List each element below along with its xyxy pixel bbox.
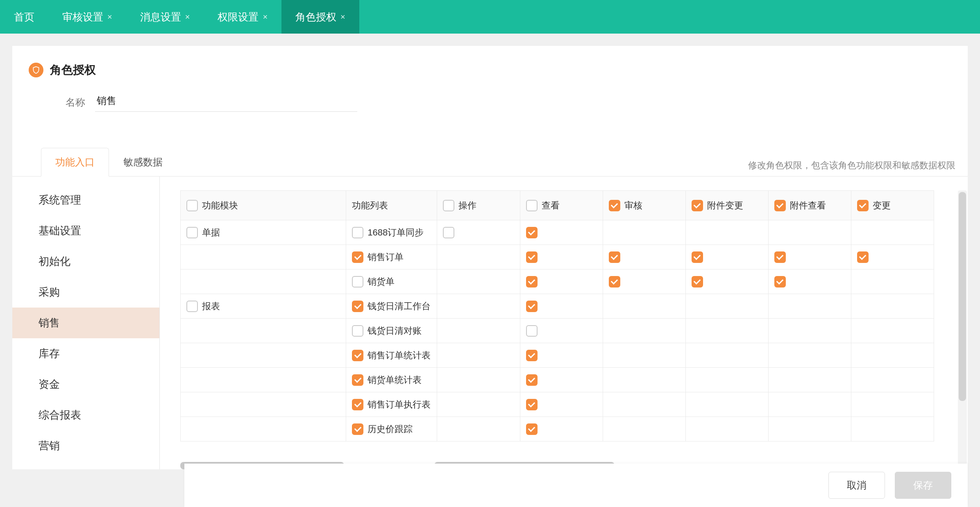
feature-label: 销售订单统计表 bbox=[368, 349, 431, 362]
checkbox[interactable] bbox=[609, 200, 620, 211]
close-icon[interactable]: × bbox=[107, 12, 112, 22]
feature-cell: 钱货日清对账 bbox=[346, 319, 437, 343]
checkbox[interactable] bbox=[526, 251, 538, 263]
perm-cell-3 bbox=[685, 368, 768, 392]
perm-cell-0 bbox=[437, 245, 520, 269]
top-tab-label: 角色授权 bbox=[295, 10, 336, 24]
feature-label: 销售订单 bbox=[368, 251, 404, 263]
perm-cell-0 bbox=[437, 294, 520, 319]
checkbox[interactable] bbox=[857, 251, 869, 263]
checkbox[interactable] bbox=[352, 325, 363, 337]
checkbox[interactable] bbox=[526, 374, 538, 386]
checkbox[interactable] bbox=[186, 227, 198, 238]
feature-label: 销货单统计表 bbox=[368, 374, 422, 386]
feature-label: 钱货日清工作台 bbox=[368, 300, 431, 312]
perm-cell-3 bbox=[685, 220, 768, 245]
perm-cell-5 bbox=[851, 269, 934, 294]
feature-label: 钱货日清对账 bbox=[368, 325, 422, 337]
checkbox[interactable] bbox=[352, 301, 363, 312]
perm-cell-3 bbox=[685, 417, 768, 441]
sidebar-item-1[interactable]: 基础设置 bbox=[12, 215, 159, 246]
sidebar-item-5[interactable]: 库存 bbox=[12, 338, 159, 369]
feature-label: 销售订单执行表 bbox=[368, 398, 431, 411]
checkbox[interactable] bbox=[692, 276, 703, 287]
vertical-scrollbar[interactable] bbox=[958, 190, 967, 469]
feature-cell: 1688订单同步 bbox=[346, 220, 437, 245]
checkbox[interactable] bbox=[609, 251, 620, 263]
sidebar: 系统管理基础设置初始化采购销售库存资金综合报表营销 bbox=[12, 177, 160, 469]
checkbox[interactable] bbox=[526, 200, 538, 211]
module-cell bbox=[181, 392, 346, 417]
sidebar-item-2[interactable]: 初始化 bbox=[12, 246, 159, 277]
table-row: 历史价跟踪 bbox=[181, 417, 934, 441]
vertical-scroll-thumb[interactable] bbox=[959, 192, 966, 401]
top-tab-4[interactable]: 角色授权× bbox=[281, 0, 359, 34]
name-input[interactable] bbox=[95, 93, 357, 112]
checkbox[interactable] bbox=[774, 251, 786, 263]
sidebar-item-8[interactable]: 营销 bbox=[12, 430, 159, 461]
checkbox[interactable] bbox=[443, 200, 454, 211]
sidebar-item-7[interactable]: 综合报表 bbox=[12, 400, 159, 430]
perm-cell-1 bbox=[520, 269, 603, 294]
table-wrap: 功能模块功能列表操作查看审核附件变更附件查看变更 单据1688订单同步销售订单销… bbox=[160, 177, 968, 469]
sidebar-item-6[interactable]: 资金 bbox=[12, 369, 159, 400]
content-tab-0[interactable]: 功能入口 bbox=[41, 148, 109, 177]
checkbox[interactable] bbox=[526, 276, 538, 287]
checkbox[interactable] bbox=[186, 301, 198, 312]
checkbox[interactable] bbox=[352, 399, 363, 410]
top-tab-1[interactable]: 审核设置× bbox=[48, 0, 126, 34]
module-cell: 报表 bbox=[181, 294, 346, 319]
perm-cell-2 bbox=[603, 245, 685, 269]
feature-label: 1688订单同步 bbox=[368, 226, 424, 239]
module-label: 单据 bbox=[202, 226, 220, 239]
name-row: 名称 bbox=[12, 85, 968, 123]
column-label: 功能列表 bbox=[352, 199, 388, 212]
perm-cell-0 bbox=[437, 220, 520, 245]
perm-cell-5 bbox=[851, 220, 934, 245]
perm-cell-0 bbox=[437, 368, 520, 392]
column-header-7: 变更 bbox=[851, 191, 934, 220]
checkbox[interactable] bbox=[352, 276, 363, 287]
perm-cell-4 bbox=[768, 368, 851, 392]
table-row: 单据1688订单同步 bbox=[181, 220, 934, 245]
column-header-4: 审核 bbox=[603, 191, 685, 220]
checkbox[interactable] bbox=[352, 374, 363, 386]
checkbox[interactable] bbox=[774, 200, 786, 211]
hint-text: 修改角色权限，包含该角色功能权限和敏感数据权限 bbox=[748, 159, 955, 177]
top-tab-2[interactable]: 消息设置× bbox=[126, 0, 204, 34]
checkbox[interactable] bbox=[526, 301, 538, 312]
checkbox[interactable] bbox=[857, 200, 869, 211]
checkbox[interactable] bbox=[692, 200, 703, 211]
table-row: 报表钱货日清工作台 bbox=[181, 294, 934, 319]
sidebar-item-3[interactable]: 采购 bbox=[12, 277, 159, 308]
checkbox[interactable] bbox=[352, 227, 363, 238]
perm-cell-1 bbox=[520, 319, 603, 343]
close-icon[interactable]: × bbox=[263, 12, 268, 22]
checkbox[interactable] bbox=[526, 325, 538, 337]
checkbox[interactable] bbox=[609, 276, 620, 287]
page-wrap: 角色授权 名称 功能入口敏感数据 修改角色权限，包含该角色功能权限和敏感数据权限… bbox=[0, 34, 980, 469]
checkbox[interactable] bbox=[352, 423, 363, 435]
perm-cell-3 bbox=[685, 392, 768, 417]
top-tab-3[interactable]: 权限设置× bbox=[204, 0, 281, 34]
content-tab-1[interactable]: 敏感数据 bbox=[109, 148, 177, 177]
checkbox[interactable] bbox=[526, 227, 538, 238]
checkbox[interactable] bbox=[352, 350, 363, 361]
close-icon[interactable]: × bbox=[340, 12, 345, 22]
sidebar-item-0[interactable]: 系统管理 bbox=[12, 185, 159, 215]
checkbox[interactable] bbox=[186, 200, 198, 211]
top-tab-0[interactable]: 首页 bbox=[0, 0, 48, 34]
perm-cell-0 bbox=[437, 392, 520, 417]
module-cell bbox=[181, 245, 346, 269]
checkbox[interactable] bbox=[692, 251, 703, 263]
content-tabs-row: 功能入口敏感数据 修改角色权限，包含该角色功能权限和敏感数据权限 bbox=[12, 123, 968, 177]
checkbox[interactable] bbox=[352, 251, 363, 263]
sidebar-item-4[interactable]: 销售 bbox=[12, 308, 159, 338]
checkbox[interactable] bbox=[526, 423, 538, 435]
checkbox[interactable] bbox=[526, 350, 538, 361]
checkbox[interactable] bbox=[526, 399, 538, 410]
close-icon[interactable]: × bbox=[185, 12, 190, 22]
checkbox[interactable] bbox=[443, 227, 454, 238]
checkbox[interactable] bbox=[774, 276, 786, 287]
module-cell bbox=[181, 343, 346, 368]
